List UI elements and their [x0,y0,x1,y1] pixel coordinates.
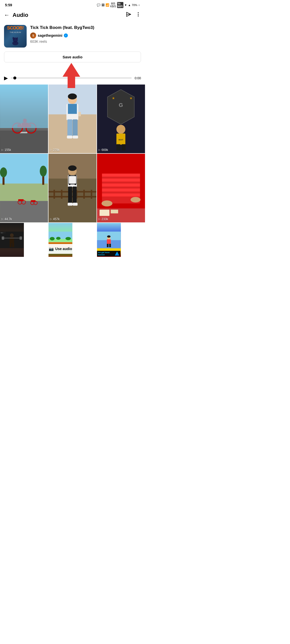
svg-rect-51 [18,199,24,201]
send-icon[interactable] [126,12,131,18]
video-count-4: ▷ 44.7k [2,217,12,221]
status-time: 5:59 [5,3,12,7]
progress-dot [13,76,16,79]
watermark: lee gal heon leoned [97,251,120,256]
svg-rect-57 [49,191,96,192]
status-icons: 💬 🖼 📶 805KB/S VoWiFi ▼ ▲ 70% ○ [97,2,140,8]
video-thumb-1 [0,85,48,153]
watermark-text: lee gal heon leoned [98,251,114,256]
svg-rect-64 [91,190,92,199]
video-thumb-2 [49,85,96,153]
svg-rect-94 [10,243,12,247]
svg-rect-92 [2,236,4,240]
use-audio-button[interactable]: 📷 Use audio [49,244,72,254]
svg-rect-28 [73,119,78,137]
network-speed: 805KB/S [110,2,116,8]
svg-rect-41 [122,144,126,150]
video-cell-5[interactable]: ▷ 457k [49,154,96,222]
svg-rect-75 [73,203,78,206]
svg-rect-29 [67,136,72,139]
progress-bar[interactable] [11,77,132,78]
svg-point-110 [107,235,111,237]
video-cell-6[interactable]: ▷ 233k [97,154,145,222]
svg-text:TBESV: TBESV [1,232,3,233]
video-thumb-7: TBESV [0,223,24,257]
video-cell-2[interactable]: ▷ 279k [49,85,96,153]
svg-rect-73 [73,186,77,204]
signal-icon: 📶 [106,3,109,7]
video-count-5: ▷ 457k [50,217,60,221]
svg-text:G: G [119,102,123,108]
svg-rect-22 [49,114,96,153]
audio-details: Tick Tick Boom (feat. BygTwo3) S sagethe… [30,25,141,44]
svg-rect-95 [12,243,14,247]
svg-rect-93 [20,236,22,240]
artist-row: S sagethegemini ✓ [30,32,141,38]
watermark-logo [115,252,119,256]
video-cell-8[interactable]: 📷 Use audio [49,223,72,257]
image-icon: 🖼 [102,3,105,7]
play-button[interactable]: ▶ [4,75,8,81]
svg-rect-87 [111,210,118,213]
svg-point-37 [116,125,125,134]
svg-point-48 [40,166,47,176]
svg-rect-31 [78,112,81,116]
svg-point-3 [138,14,139,15]
svg-text:★: ★ [129,96,133,100]
battery-icon: ○ [138,4,140,7]
svg-point-66 [68,165,77,171]
video-cell-4[interactable]: ▷ 44.7k [0,154,48,222]
play-icon-5: ▷ [50,218,52,220]
battery-percent: 70% [132,4,137,7]
svg-rect-91 [3,238,21,238]
page-title: Audio [13,12,126,18]
more-options-icon[interactable] [135,12,141,18]
svg-rect-71 [69,176,76,184]
svg-rect-79 [102,179,140,182]
status-bar: 5:59 💬 🖼 📶 805KB/S VoWiFi ▼ ▲ 70% ○ [0,0,145,9]
svg-rect-111 [107,239,111,244]
video-count-1: ▷ 155k [2,148,11,152]
reels-count: 603K reels [30,39,141,44]
svg-rect-12 [0,128,48,131]
svg-rect-113 [109,244,111,247]
svg-point-46 [0,167,7,177]
song-title: Tick Tick Boom (feat. BygTwo3) [30,25,141,30]
audio-player: ▶ 0:00 [0,73,145,84]
video-cell-9[interactable]: lee gal heon leoned [97,223,121,257]
video-thumb-4 [0,154,48,222]
svg-rect-63 [83,190,85,199]
svg-rect-86 [100,210,110,216]
video-grid: ▷ 155k ▷ 279k [0,85,145,257]
signal-bars: ▲ [128,4,131,7]
header-actions [126,12,141,18]
video-count-6: ▷ 233k [99,217,108,221]
audio-info-section: SCOOB! THE ALBUM Tick Tick Boom (feat. B… [0,21,145,50]
video-thumb-5 [49,154,96,222]
save-audio-button[interactable]: Save audio [4,52,141,62]
video-cell-7[interactable]: TBESV [0,223,24,257]
svg-rect-40 [116,144,120,150]
video-thumb-6 [97,154,145,222]
album-title-art: SCOOB! [7,26,24,31]
video-count-2: ▷ 279k [50,148,60,152]
play-icon-1: ▷ [2,148,4,151]
svg-point-83 [102,200,112,207]
svg-rect-80 [102,183,140,186]
svg-point-2 [138,12,139,13]
svg-rect-72 [68,186,72,204]
back-button[interactable]: ← [4,12,10,18]
message-icon: 💬 [97,3,101,7]
svg-point-104 [50,237,55,240]
svg-point-4 [138,16,139,17]
video-cell-3[interactable]: G ★ ★ BEAT ▷ 669k [97,85,145,153]
svg-rect-101 [49,242,72,242]
svg-rect-74 [68,203,73,206]
video-cell-1[interactable]: ▷ 155k [0,85,48,153]
play-icon-2: ▷ [50,148,52,151]
camera-icon: 📷 [49,247,54,251]
play-icon-6: ▷ [99,218,101,220]
play-icon-4: ▷ [2,218,4,220]
svg-point-84 [131,197,141,203]
vowifi-icon: VoWiFi [117,2,123,8]
